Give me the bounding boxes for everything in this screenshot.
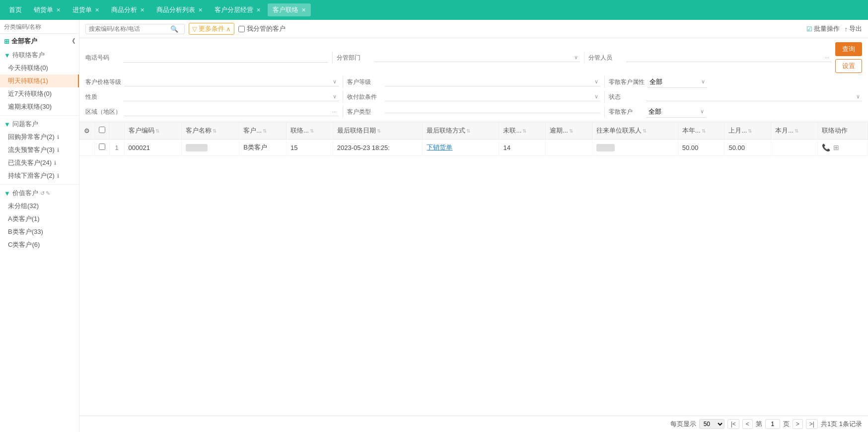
nav-purchase[interactable]: 进货单 ✕ (68, 3, 104, 16)
sort-icon-name: ⇅ (213, 128, 217, 134)
filter-btn-label: 更多条件 (199, 24, 224, 33)
th-not-contact[interactable]: 未联...⇅ (499, 122, 546, 140)
nav-customer-tiering-close[interactable]: ✕ (256, 7, 261, 13)
nav-customer-contact-close[interactable]: ✕ (301, 7, 306, 13)
filter-gender-label: 性质 (85, 93, 120, 101)
export-label: 导出 (849, 24, 862, 33)
filter-gender-select[interactable]: ∨ (123, 92, 339, 101)
filter-chevron: ∧ (226, 25, 231, 33)
filter-retail-attr-val: 全部 (650, 77, 662, 86)
sidebar-class-c[interactable]: C类客户(6) (0, 238, 79, 251)
th-unit-contact[interactable]: 往来单位联系人⇅ (592, 122, 678, 140)
prev-page-btn[interactable]: < (742, 419, 753, 429)
nav-product-list[interactable]: 商品分析列表 ✕ (151, 3, 208, 16)
page-input[interactable] (765, 419, 780, 429)
th-this-month[interactable]: 本月...⇅ (771, 122, 818, 140)
sidebar-class-a[interactable]: A类客户(1) (0, 213, 79, 225)
th-code[interactable]: 客户编码⇅ (124, 122, 182, 140)
top-nav: 首页 销货单 ✕ 进货单 ✕ 商品分析 ✕ 商品分析列表 ✕ 客户分层经营 ✕ … (0, 0, 868, 20)
filter-payment-select[interactable]: ∨ (385, 92, 600, 101)
settings-btn[interactable]: 设置 (835, 59, 862, 73)
sidebar-repurchase-abnormal[interactable]: 回购异常客户(2) ℹ (0, 131, 79, 144)
sidebar-class-b[interactable]: B类客户(33) (0, 225, 79, 238)
filter-retail-attr-select[interactable]: 全部 ∨ (648, 76, 707, 88)
th-checkbox[interactable] (94, 122, 109, 140)
action-phone-icon[interactable]: 📞 (822, 144, 830, 151)
nav-sales[interactable]: 销货单 ✕ (29, 3, 66, 16)
nav-customer-contact[interactable]: 客户联络 ✕ (268, 3, 311, 16)
sort-icon-date: ⇅ (377, 128, 381, 134)
nav-home-label: 首页 (9, 5, 22, 14)
batch-op-btn[interactable]: ☑ 批量操作 (806, 24, 840, 33)
problem-arrow: ▼ (4, 121, 10, 128)
row-type: B类客户 (239, 140, 287, 156)
filter-customer-value-select[interactable]: ∨ (124, 77, 339, 86)
sidebar-declining-customers[interactable]: 持续下滑客户(2) ℹ (0, 169, 79, 182)
my-customers-checkbox[interactable]: 我分管的客户 (238, 24, 286, 33)
sidebar-search-input[interactable] (4, 23, 78, 30)
search-box[interactable]: 🔍 (85, 24, 185, 34)
action-grid-icon[interactable]: ⊞ (833, 144, 839, 151)
th-last-contact-date[interactable]: 最后联络日期⇅ (333, 122, 423, 140)
th-contact[interactable]: 联络...⇅ (287, 122, 333, 140)
pending-arrow: ▼ (4, 52, 10, 59)
nav-product-analysis[interactable]: 商品分析 ✕ (106, 3, 149, 16)
filter-customer-type-select[interactable] (385, 111, 600, 113)
nav-home[interactable]: 首页 (4, 3, 27, 16)
th-gear[interactable]: ⚙ (79, 122, 94, 140)
sidebar-overdue-contact[interactable]: 逾期未联络(30) (0, 100, 79, 113)
filter-payment: 收付款条件 ∨ (347, 92, 600, 101)
sidebar-divider-2 (0, 184, 79, 185)
first-page-btn[interactable]: |< (727, 419, 739, 429)
nav-sales-close[interactable]: ✕ (56, 7, 61, 13)
filter-sep-7 (343, 106, 343, 118)
sidebar-search-box[interactable]: 🔍 (0, 20, 79, 34)
filter-region-select[interactable]: ··· (124, 108, 339, 116)
th-overdue[interactable]: 逾期...⇅ (546, 122, 592, 140)
my-customers-check[interactable] (238, 26, 245, 32)
th-this-year[interactable]: 本年...⇅ (678, 122, 724, 140)
sidebar-all-customers[interactable]: ⊞ 全部客户 《 (0, 34, 79, 49)
page-suffix: 页 (783, 420, 790, 429)
last-page-btn[interactable]: >| (806, 419, 818, 429)
filter-retail-customer-select[interactable]: 全部 ∨ (647, 106, 706, 118)
nav-product-analysis-label: 商品分析 (111, 5, 137, 14)
th-name[interactable]: 客户名称⇅ (182, 122, 239, 140)
export-btn[interactable]: ↑ 导出 (845, 24, 863, 33)
nav-product-analysis-close[interactable]: ✕ (140, 7, 145, 13)
filter-status-label: 状态 (609, 93, 644, 101)
filter-btn[interactable]: ▽ 更多条件 ∧ (189, 23, 234, 35)
collapse-icon[interactable]: 《 (69, 37, 75, 46)
filter-dept-select[interactable]: ∨ (374, 53, 579, 62)
th-last-month[interactable]: 上月...⇅ (724, 122, 771, 140)
th-last-contact-method[interactable]: 最后联络方式⇅ (423, 122, 499, 140)
nav-purchase-close[interactable]: ✕ (95, 7, 99, 13)
select-all-checkbox[interactable] (99, 127, 105, 133)
query-btn[interactable]: 查询 (835, 42, 862, 56)
search-icon[interactable]: 🔍 (170, 25, 178, 33)
filter-icon: ▽ (192, 25, 197, 33)
row-select-checkbox[interactable] (99, 144, 105, 150)
sidebar-week-contact[interactable]: 近7天待联络(0) (0, 87, 79, 100)
sidebar-today-contact[interactable]: 今天待联络(0) (0, 62, 79, 74)
sidebar-lost-customers[interactable]: 已流失客户(24) ℹ (0, 156, 79, 169)
row-checkbox[interactable] (94, 140, 109, 156)
sidebar-divider-1 (0, 115, 79, 116)
nav-customer-tiering[interactable]: 客户分层经营 ✕ (210, 3, 266, 16)
filter-status-select[interactable]: ∨ (647, 92, 862, 101)
filter-customer-level-select[interactable]: ∨ (385, 77, 600, 86)
filter-sep-6 (604, 91, 605, 103)
sidebar-tomorrow-contact[interactable]: 明天待联络(1) (0, 74, 79, 87)
filter-person-select[interactable]: ··· (626, 54, 831, 62)
sidebar-losing-customers[interactable]: 流失预警客户(3) ℹ (0, 144, 79, 156)
sort-icon-this-month: ⇅ (795, 128, 798, 134)
per-page-select[interactable]: 50 10 20 100 (699, 419, 724, 429)
th-type[interactable]: 客户...⇅ (239, 122, 287, 140)
next-page-btn[interactable]: > (793, 419, 803, 429)
sidebar-ungrouped[interactable]: 未分组(32) (0, 200, 79, 213)
search-input[interactable] (89, 25, 168, 32)
nav-product-list-close[interactable]: ✕ (198, 7, 203, 13)
filter-phone-input[interactable] (123, 53, 328, 63)
filter-customer-type-label: 客户类型 (347, 108, 382, 116)
row-last-contact-method[interactable]: 下销货单 (423, 140, 499, 156)
